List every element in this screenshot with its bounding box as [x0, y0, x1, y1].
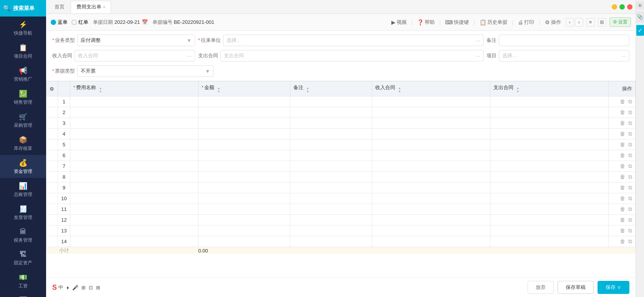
- tab-home[interactable]: 首页: [49, 1, 70, 13]
- delete-row-icon[interactable]: 🗑: [620, 184, 625, 191]
- note-cell[interactable]: [290, 236, 372, 247]
- expense-name-cell[interactable]: [70, 150, 199, 161]
- right-panel-icon-1[interactable]: ≡: [636, 2, 644, 9]
- minimize-button[interactable]: [612, 4, 617, 10]
- list-view-button[interactable]: ≡: [586, 18, 595, 27]
- expense-contract-cell[interactable]: [490, 193, 608, 204]
- copy-row-icon[interactable]: ⧉: [628, 174, 632, 180]
- copy-row-icon[interactable]: ⧉: [628, 238, 632, 244]
- amount-cell[interactable]: [198, 107, 290, 118]
- sidebar-item-marketing[interactable]: 📢营销推广: [0, 63, 46, 86]
- expense-name-cell[interactable]: [70, 139, 199, 150]
- note-cell[interactable]: [290, 172, 372, 183]
- amount-cell[interactable]: [198, 204, 290, 215]
- delete-row-icon[interactable]: 🗑: [620, 98, 625, 105]
- amount-cell[interactable]: [198, 183, 290, 193]
- expense-contract-cell[interactable]: [490, 118, 608, 129]
- expense-name-cell[interactable]: [70, 118, 199, 129]
- note-sort-icon[interactable]: ▲▼: [306, 87, 309, 93]
- copy-row-icon[interactable]: ⧉: [628, 206, 632, 212]
- income-contract-cell[interactable]: [372, 150, 490, 161]
- sidebar-item-accounting[interactable]: 📊总账管理: [0, 178, 46, 201]
- project-input[interactable]: 选择... ···: [499, 50, 629, 61]
- nav-prev-button[interactable]: ‹: [566, 18, 574, 27]
- sidebar-item-bizmanage[interactable]: 📈经营管理: [0, 292, 46, 297]
- right-panel-icon-3[interactable]: ✓: [636, 25, 644, 36]
- note-cell[interactable]: [290, 204, 372, 215]
- radio-red[interactable]: 红单: [71, 19, 88, 26]
- income-contract-cell[interactable]: [372, 183, 490, 193]
- expense-name-cell[interactable]: [70, 96, 199, 107]
- note-cell[interactable]: [290, 193, 372, 204]
- amount-cell[interactable]: [198, 161, 290, 172]
- expense-contract-cell[interactable]: [490, 129, 608, 139]
- amount-sort-icon[interactable]: ▲▼: [217, 87, 220, 93]
- income-contract-cell[interactable]: [372, 236, 490, 247]
- copy-row-icon[interactable]: ⧉: [628, 109, 632, 115]
- delete-row-icon[interactable]: 🗑: [620, 152, 625, 158]
- note-cell[interactable]: [290, 96, 372, 107]
- income-contract-cell[interactable]: [372, 129, 490, 139]
- close-button[interactable]: [627, 4, 632, 10]
- settings-button[interactable]: ⚙ 设置: [609, 17, 631, 27]
- expense-contract-input[interactable]: 支出合同 ···: [220, 50, 484, 61]
- amount-cell[interactable]: [198, 118, 290, 129]
- sort-icon[interactable]: ▲▼: [99, 87, 102, 93]
- copy-row-icon[interactable]: ⧉: [628, 163, 632, 169]
- copy-row-icon[interactable]: ⧉: [628, 131, 632, 137]
- note-cell[interactable]: [290, 107, 372, 118]
- expense-contract-cell[interactable]: [490, 236, 608, 247]
- amount-cell[interactable]: [198, 226, 290, 236]
- tab-close-icon[interactable]: ×: [103, 5, 105, 9]
- sidebar-item-sales[interactable]: 💹销售管理: [0, 86, 46, 109]
- expense-contract-cell[interactable]: [490, 150, 608, 161]
- delete-row-icon[interactable]: 🗑: [620, 227, 625, 234]
- income-contract-cell[interactable]: [372, 172, 490, 183]
- grid-view-button[interactable]: ⊞: [598, 18, 606, 27]
- income-contract-cell[interactable]: [372, 226, 490, 236]
- delete-row-icon[interactable]: 🗑: [620, 174, 625, 180]
- expense-contract-cell[interactable]: [490, 183, 608, 193]
- amount-cell[interactable]: [198, 215, 290, 226]
- expense-name-cell[interactable]: [70, 215, 199, 226]
- income-contract-cell[interactable]: [372, 215, 490, 226]
- save-draft-button[interactable]: 保存草稿: [558, 281, 594, 294]
- note-cell[interactable]: [290, 139, 372, 150]
- copy-row-icon[interactable]: ⧉: [628, 227, 632, 234]
- expense-sort-icon[interactable]: ▲▼: [517, 87, 520, 93]
- delete-row-icon[interactable]: 🗑: [620, 238, 625, 244]
- invoice-type-select[interactable]: 不开票 ▼: [77, 65, 214, 77]
- income-sort-icon[interactable]: ▲▼: [398, 87, 401, 93]
- expense-contract-cell[interactable]: [490, 215, 608, 226]
- copy-row-icon[interactable]: ⧉: [628, 120, 632, 126]
- biz-type-select[interactable]: 应付调整 ▼: [77, 35, 195, 46]
- save-button[interactable]: 保存 ∨: [598, 281, 629, 294]
- note-cell[interactable]: [290, 215, 372, 226]
- sidebar-item-inventory[interactable]: 📦库存核算: [0, 132, 46, 155]
- amount-cell[interactable]: [198, 193, 290, 204]
- income-contract-cell[interactable]: [372, 204, 490, 215]
- income-contract-cell[interactable]: [372, 118, 490, 129]
- delete-row-icon[interactable]: 🗑: [620, 163, 625, 169]
- copy-row-icon[interactable]: ⧉: [628, 195, 632, 201]
- delete-row-icon[interactable]: 🗑: [620, 109, 625, 115]
- sidebar-item-assets[interactable]: 🏗固定资产: [0, 247, 46, 269]
- income-contract-cell[interactable]: [372, 107, 490, 118]
- delete-row-icon[interactable]: 🗑: [620, 206, 625, 212]
- copy-row-icon[interactable]: ⧉: [628, 217, 632, 223]
- note-cell[interactable]: [290, 183, 372, 193]
- delete-row-icon[interactable]: 🗑: [620, 141, 625, 148]
- discard-button[interactable]: 放弃: [528, 281, 554, 294]
- amount-cell[interactable]: [198, 96, 290, 107]
- note-cell[interactable]: [290, 161, 372, 172]
- sidebar-item-projcontract[interactable]: 📋项目合同: [0, 40, 46, 63]
- note-input[interactable]: [499, 35, 629, 46]
- income-contract-cell[interactable]: [372, 139, 490, 150]
- amount-cell[interactable]: [198, 172, 290, 183]
- note-cell[interactable]: [290, 226, 372, 236]
- expense-contract-cell[interactable]: [490, 161, 608, 172]
- sidebar-item-payroll[interactable]: 💵工资: [0, 269, 46, 292]
- video-button[interactable]: ▶ 视频: [390, 18, 408, 27]
- radio-blue[interactable]: 蓝单: [51, 19, 68, 26]
- income-contract-cell[interactable]: [372, 96, 490, 107]
